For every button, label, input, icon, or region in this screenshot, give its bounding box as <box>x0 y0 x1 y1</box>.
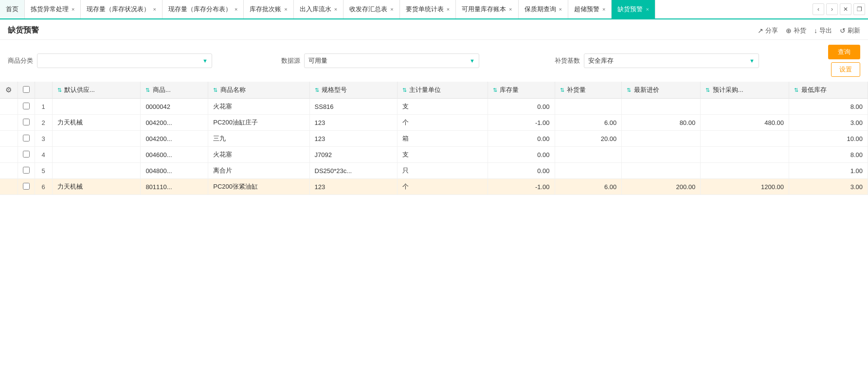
column-est-purchase[interactable]: ⇅ 预计采购... <box>701 82 789 99</box>
column-default-supplier-label: 默认供应... <box>64 86 95 93</box>
column-product-name[interactable]: ⇅ 商品名称 <box>208 82 309 99</box>
tab-shortage[interactable]: 缺货预警 × <box>612 0 655 18</box>
row-product-code-1: 0000042 <box>141 99 208 115</box>
row-stock-qty-6: -1.00 <box>488 179 555 195</box>
tab-inventory-status-close[interactable]: × <box>153 6 156 12</box>
table-row: 3 004200... 三九 123 箱 0.00 20.00 10.00 <box>0 131 868 147</box>
row-num-4: 4 <box>35 147 52 163</box>
tab-home-label: 首页 <box>6 5 18 14</box>
table-header-row: ⚙ ⇅ 默认供应... ⇅ 商品... ⇅ <box>0 82 868 99</box>
tab-next-button[interactable]: › <box>826 3 838 15</box>
row-est-purchase-1 <box>701 99 789 115</box>
replenish-icon: ⊕ <box>786 27 792 35</box>
row-unit-6: 个 <box>397 179 488 195</box>
column-product-code[interactable]: ⇅ 商品... <box>141 82 208 99</box>
sort-icon-supplier: ⇅ <box>57 87 62 93</box>
tab-expiry-query[interactable]: 保质期查询 × <box>519 0 568 18</box>
row-checkbox-cell-1[interactable] <box>18 99 35 115</box>
row-checkbox-3[interactable] <box>23 135 30 141</box>
tab-expiry-query-label: 保质期查询 <box>524 5 556 14</box>
row-num-5: 5 <box>35 163 52 179</box>
tab-inventory-dist-close[interactable]: × <box>235 6 237 12</box>
row-latest-price-5 <box>622 163 701 179</box>
row-est-purchase-2: 480.00 <box>701 115 789 131</box>
row-checkbox-cell-4[interactable] <box>18 147 35 163</box>
row-min-stock-4: 8.00 <box>789 147 868 163</box>
tab-inout-flow-close[interactable]: × <box>334 6 337 12</box>
sort-icon-name: ⇅ <box>213 87 217 93</box>
row-latest-price-4 <box>622 147 701 163</box>
tab-prev-button[interactable]: ‹ <box>813 3 824 15</box>
query-button[interactable]: 查询 <box>828 45 860 59</box>
row-checkbox-5[interactable] <box>23 167 30 174</box>
column-gear[interactable]: ⚙ <box>0 82 18 99</box>
row-replenish-qty-3: 20.00 <box>555 131 622 147</box>
column-product-code-label: 商品... <box>153 86 171 93</box>
row-replenish-qty-6: 6.00 <box>555 179 622 195</box>
tab-expiry-query-close[interactable]: × <box>559 6 562 12</box>
tab-demand-stats[interactable]: 要货单统计表 × <box>400 0 456 18</box>
replenish-action[interactable]: ⊕ 补货 <box>786 26 806 35</box>
tab-overstock-close[interactable]: × <box>602 6 605 12</box>
row-checkbox-2[interactable] <box>23 119 30 125</box>
export-action[interactable]: ↓ 导出 <box>814 26 832 35</box>
tab-overstock[interactable]: 超储预警 × <box>568 0 612 18</box>
row-checkbox-cell-3[interactable] <box>18 131 35 147</box>
replenish-base-select[interactable]: 安全库存 ▼ <box>584 53 759 68</box>
share-action[interactable]: ↗ 分享 <box>758 26 778 35</box>
tab-receive-summary-close[interactable]: × <box>390 6 393 12</box>
column-est-purchase-label: 预计采购... <box>713 86 743 93</box>
row-checkbox-6[interactable] <box>23 183 30 190</box>
table-row: 2 力天机械 004200... PC200油缸庄子 123 个 -1.00 6… <box>0 115 868 131</box>
header-actions: ↗ 分享 ⊕ 补货 ↓ 导出 ↺ 刷新 <box>758 26 860 35</box>
tab-abnormal[interactable]: 拣货异常处理 × <box>25 0 81 18</box>
tab-inout-flow[interactable]: 出入库流水 × <box>294 0 344 18</box>
replenish-label: 补货 <box>794 26 806 35</box>
filter-row: 商品分类 ▼ 数据源 可用量 ▼ 补货基数 安全库存 ▼ 查询 设置 <box>0 40 868 82</box>
tab-inventory-status-label: 现存量（库存状况表） <box>87 5 150 14</box>
datasource-select[interactable]: 可用量 ▼ <box>304 53 479 68</box>
select-all-checkbox[interactable] <box>23 86 30 93</box>
row-min-stock-5: 1.00 <box>789 163 868 179</box>
row-checkbox-1[interactable] <box>23 103 30 109</box>
tab-batch-account-close[interactable]: × <box>284 6 287 12</box>
column-min-stock[interactable]: ⇅ 最低库存 <box>789 82 868 99</box>
tab-receive-summary[interactable]: 收发存汇总表 × <box>344 0 399 18</box>
tab-inventory-status[interactable]: 现存量（库存状况表） × <box>81 0 162 18</box>
refresh-action[interactable]: ↺ 刷新 <box>840 26 860 35</box>
tab-close-button[interactable]: ✕ <box>840 3 851 15</box>
tab-home[interactable]: 首页 <box>0 0 25 18</box>
category-dropdown-icon: ▼ <box>202 58 208 64</box>
row-checkbox-4[interactable] <box>23 151 30 158</box>
row-checkbox-cell-5[interactable] <box>18 163 35 179</box>
row-product-name-1: 火花塞 <box>208 99 309 115</box>
tab-restore-button[interactable]: ❐ <box>853 3 865 15</box>
column-replenish-qty[interactable]: ⇅ 补货量 <box>555 82 622 99</box>
row-product-name-2: PC200油缸庄子 <box>208 115 309 131</box>
tab-shortage-close[interactable]: × <box>646 6 649 12</box>
row-product-code-5: 004800... <box>141 163 208 179</box>
tab-demand-stats-close[interactable]: × <box>447 6 450 12</box>
row-stock-qty-3: 0.00 <box>488 131 555 147</box>
column-checkbox[interactable] <box>18 82 35 99</box>
tab-bar: 首页 拣货异常处理 × 现存量（库存状况表） × 现存量（库存分布表） × 库存… <box>0 0 868 19</box>
tab-batch-account[interactable]: 库存批次账 × <box>244 0 293 18</box>
column-spec[interactable]: ⇅ 规格型号 <box>309 82 397 99</box>
settings-button[interactable]: 设置 <box>831 62 860 77</box>
gear-settings-icon[interactable]: ⚙ <box>5 86 12 94</box>
row-checkbox-cell-6[interactable] <box>18 179 35 195</box>
row-replenish-qty-2: 6.00 <box>555 115 622 131</box>
tab-available-ledger-close[interactable]: × <box>509 6 512 12</box>
row-checkbox-cell-2[interactable] <box>18 115 35 131</box>
tab-available-ledger[interactable]: 可用量库存账本 × <box>456 0 518 18</box>
column-stock-qty[interactable]: ⇅ 库存量 <box>488 82 555 99</box>
tab-inventory-dist[interactable]: 现存量（库存分布表） × <box>163 0 244 18</box>
tab-available-ledger-label: 可用量库存账本 <box>462 5 506 14</box>
row-supplier-6: 力天机械 <box>52 179 141 195</box>
category-select[interactable]: ▼ <box>37 53 212 68</box>
column-latest-price[interactable]: ⇅ 最新进价 <box>622 82 701 99</box>
column-default-supplier[interactable]: ⇅ 默认供应... <box>52 82 141 99</box>
tab-abnormal-close[interactable]: × <box>72 6 74 12</box>
column-unit[interactable]: ⇅ 主计量单位 <box>397 82 488 99</box>
row-spec-3: 123 <box>309 131 397 147</box>
